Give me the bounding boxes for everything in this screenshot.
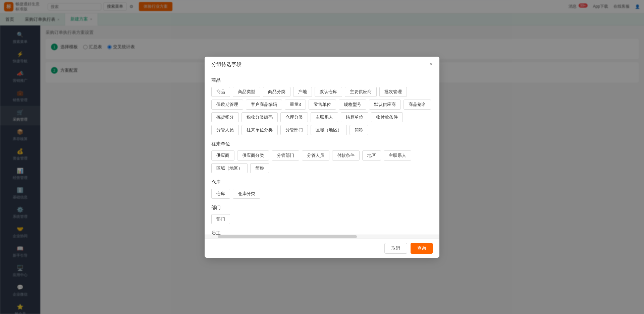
field-tag[interactable]: 区域（地区） [311,125,347,135]
field-tag[interactable]: 主联系人 [384,150,411,161]
modal-horizontal-scrollbar[interactable] [205,235,439,239]
modal-footer: 取消 查询 [205,239,439,258]
field-select-modal: 分组待选字段 × 商品商品商品类型商品分类产地默认仓库主要供应商批次管理保质期管… [205,57,439,258]
field-tag[interactable]: 保质期管理 [211,100,243,110]
field-tag[interactable]: 供应商分类 [237,150,269,161]
field-tag[interactable]: 分管人员 [211,125,239,135]
field-group-部门: 部门部门 [211,205,433,224]
field-tag[interactable]: 商品别名 [404,100,431,110]
modal-header: 分组待选字段 × [205,57,439,72]
cancel-button[interactable]: 取消 [384,243,407,254]
field-tag[interactable]: 产地 [293,87,312,97]
field-tag[interactable]: 分管人员 [302,150,329,161]
field-tag[interactable]: 商品分类 [263,87,290,97]
field-tag[interactable]: 规格型号 [339,100,366,110]
field-tag[interactable]: 简称 [350,125,368,135]
modal-close-button[interactable]: × [430,61,433,67]
field-tag[interactable]: 部门 [211,214,230,224]
field-group-仓库: 仓库仓库仓库分类 [211,179,433,199]
field-tag[interactable]: 往来单位分类 [241,125,278,135]
field-tag[interactable]: 零售单位 [309,100,336,110]
field-group-往来单位: 往来单位供应商供应商分类分管部门分管人员付款条件地区主联系人区域（地区）简称 [211,141,433,173]
field-group-title: 仓库 [211,179,433,185]
field-tag[interactable]: 仓库分类 [280,112,308,122]
field-tag[interactable]: 批次管理 [379,87,407,97]
field-group-title: 往来单位 [211,141,433,147]
modal-title: 分组待选字段 [211,61,241,68]
field-tag[interactable]: 结算单位 [341,112,368,122]
field-tag[interactable]: 客户商品编码 [246,100,282,110]
field-group-title: 部门 [211,205,433,211]
field-group-title: 商品 [211,77,433,83]
field-tag[interactable]: 收付款条件 [371,112,403,122]
modal-body: 商品商品商品类型商品分类产地默认仓库主要供应商批次管理保质期管理客户商品编码重量… [205,72,439,235]
field-tag[interactable]: 税收分类编码 [241,112,278,122]
field-tag[interactable]: 拣货积分 [211,112,239,122]
field-tag[interactable]: 区域（地区） [211,163,248,173]
field-group-title: 员工 [211,230,433,235]
field-tag[interactable]: 默认仓库 [315,87,342,97]
field-tag[interactable]: 分管部门 [272,150,299,161]
field-tag[interactable]: 分管部门 [280,125,308,135]
field-tag[interactable]: 付款条件 [332,150,360,161]
field-tags: 商品商品类型商品分类产地默认仓库主要供应商批次管理保质期管理客户商品编码重量3零… [211,87,433,135]
hscroll-thumb [218,235,357,238]
field-tag[interactable]: 默认供应商 [369,100,401,110]
field-tags: 仓库仓库分类 [211,189,433,199]
field-tag[interactable]: 简称 [250,163,269,173]
field-tag[interactable]: 商品 [211,87,230,97]
field-tag[interactable]: 仓库分类 [233,189,260,199]
field-tag[interactable]: 供应商 [211,150,234,161]
field-tags: 供应商供应商分类分管部门分管人员付款条件地区主联系人区域（地区）简称 [211,150,433,173]
field-tag[interactable]: 商品类型 [233,87,260,97]
confirm-button[interactable]: 查询 [411,243,433,254]
field-group-员工: 员工业务员 [211,230,433,235]
field-tag[interactable]: 主要供应商 [345,87,377,97]
field-tag[interactable]: 重量3 [285,100,306,110]
field-tags: 部门 [211,214,433,224]
field-group-商品: 商品商品商品类型商品分类产地默认仓库主要供应商批次管理保质期管理客户商品编码重量… [211,77,433,135]
field-tag[interactable]: 仓库 [211,189,230,199]
field-tag[interactable]: 主联系人 [311,112,338,122]
field-tag[interactable]: 地区 [362,150,381,161]
